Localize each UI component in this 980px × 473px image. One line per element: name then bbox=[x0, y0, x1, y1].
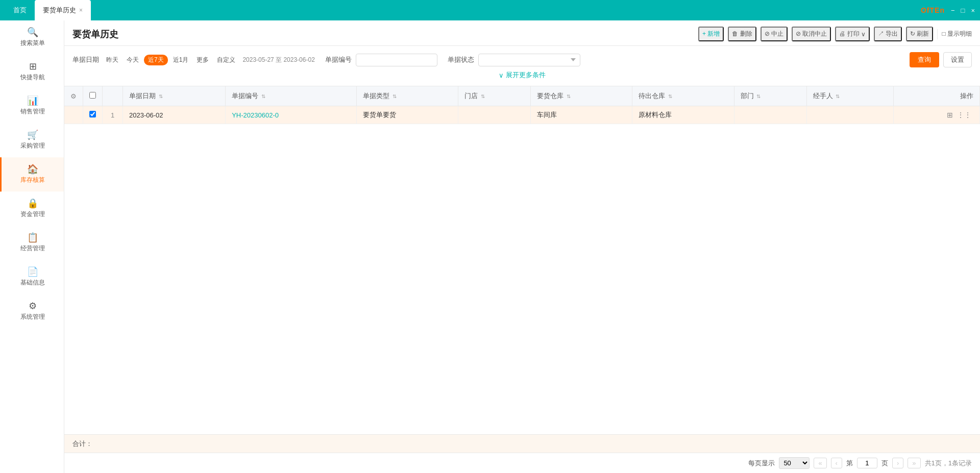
sidebar-item-purchase[interactable]: 🛒 采购管理 bbox=[0, 123, 64, 157]
cancel-stop-button[interactable]: ⊘ 取消中止 bbox=[792, 27, 831, 41]
row-doc-date: 2023-06-02 bbox=[123, 106, 226, 124]
row-store bbox=[458, 106, 531, 124]
new-button[interactable]: + 新增 bbox=[698, 27, 724, 41]
sales-icon: 📊 bbox=[27, 96, 38, 105]
page-label: 第 bbox=[846, 459, 853, 468]
shortcut-yesterday[interactable]: 昨天 bbox=[103, 55, 121, 65]
table-footer: 合计： bbox=[64, 434, 980, 453]
print-button[interactable]: 🖨 打印 ∨ bbox=[835, 27, 869, 41]
col-doc-date[interactable]: 单据日期 ⇅ bbox=[123, 86, 226, 106]
row-checkbox[interactable] bbox=[89, 111, 96, 117]
col-doc-number[interactable]: 单据编号 ⇅ bbox=[226, 86, 357, 106]
footer-total-label: 合计： bbox=[72, 439, 92, 448]
first-page-button[interactable]: « bbox=[814, 458, 826, 468]
settings-button[interactable]: 设置 bbox=[943, 52, 972, 67]
doc-date-label: 单据日期 bbox=[72, 55, 99, 64]
top-bar-right: OfTEn − □ × bbox=[921, 6, 975, 14]
shortcut-custom[interactable]: 自定义 bbox=[214, 55, 238, 65]
row-num-cell: 1 bbox=[103, 106, 123, 124]
sidebar-label-sales: 销售管理 bbox=[20, 107, 45, 116]
window-close-icon[interactable]: × bbox=[971, 7, 975, 14]
sidebar-label-operations: 经营管理 bbox=[20, 244, 45, 253]
shortcut-7days[interactable]: 近7天 bbox=[144, 55, 168, 65]
col-department[interactable]: 部门 ⇅ bbox=[734, 86, 806, 106]
row-req-warehouse: 车间库 bbox=[531, 106, 632, 124]
doc-status-select[interactable] bbox=[478, 54, 580, 66]
sort-req-warehouse-icon: ⇅ bbox=[567, 93, 571, 99]
sidebar-item-search-menu[interactable]: 🔍 搜索菜单 bbox=[0, 20, 64, 55]
row-more-icon[interactable]: ⋮⋮ bbox=[957, 111, 971, 119]
chevron-down-icon: ∨ bbox=[499, 72, 504, 79]
stop-button[interactable]: ⊘ 中止 bbox=[761, 27, 788, 41]
sort-doc-date-icon: ⇅ bbox=[159, 93, 163, 99]
page-suffix: 页 bbox=[881, 459, 888, 468]
tab-close-icon[interactable]: × bbox=[79, 7, 83, 14]
last-page-button[interactable]: » bbox=[908, 458, 920, 468]
prev-page-button[interactable]: ‹ bbox=[831, 458, 842, 468]
col-doc-type[interactable]: 单据类型 ⇅ bbox=[356, 86, 458, 106]
next-page-button[interactable]: › bbox=[892, 458, 903, 468]
doc-status-filter-group: 单据状态 bbox=[448, 54, 580, 66]
tab-bar: 首页 要货单历史 × bbox=[5, 0, 91, 20]
col-pending-warehouse[interactable]: 待出仓库 ⇅ bbox=[632, 86, 734, 106]
table-header-row: ⚙ 单据日期 ⇅ 单据编号 ⇅ bbox=[64, 86, 980, 106]
total-info: 共1页，1条记录 bbox=[925, 459, 972, 468]
sidebar-item-operations[interactable]: 📋 经营管理 bbox=[0, 226, 64, 260]
refresh-button[interactable]: ↻ 刷新 bbox=[906, 27, 933, 41]
tab-home[interactable]: 首页 bbox=[5, 0, 35, 20]
row-checkbox-cell[interactable] bbox=[83, 106, 103, 124]
sidebar-item-quick-nav[interactable]: ⊞ 快捷导航 bbox=[0, 55, 64, 89]
row-settings-cell bbox=[64, 106, 83, 124]
sidebar-item-system[interactable]: ⚙ 系统管理 bbox=[0, 294, 64, 328]
system-icon: ⚙ bbox=[29, 301, 37, 311]
col-settings[interactable]: ⚙ bbox=[64, 86, 83, 106]
inventory-icon: 🏠 bbox=[27, 164, 38, 174]
col-store[interactable]: 门店 ⇅ bbox=[458, 86, 531, 106]
search-menu-icon: 🔍 bbox=[27, 28, 38, 37]
page-number-input[interactable] bbox=[857, 458, 877, 468]
quick-nav-icon: ⊞ bbox=[29, 62, 37, 71]
finance-icon: 🔒 bbox=[27, 199, 38, 208]
toolbar: + 新增 🗑 删除 ⊘ 中止 ⊘ 取消中止 🖨 打印 ∨ ↗ 导出 ↻ 刷新 □… bbox=[698, 27, 972, 41]
sidebar-item-sales[interactable]: 📊 销售管理 bbox=[0, 89, 64, 123]
doc-status-label: 单据状态 bbox=[448, 55, 474, 64]
sidebar-label-finance: 资金管理 bbox=[20, 210, 45, 219]
expand-more-button[interactable]: ∨ 展开更多条件 bbox=[72, 70, 972, 80]
maximize-icon[interactable]: □ bbox=[961, 7, 965, 14]
shortcut-today[interactable]: 今天 bbox=[124, 55, 142, 65]
sidebar: 🔍 搜索菜单 ⊞ 快捷导航 📊 销售管理 🛒 采购管理 🏠 库存核算 🔒 资金管… bbox=[0, 20, 64, 473]
row-edit-icon[interactable]: ⊞ bbox=[947, 111, 953, 119]
table-row: 1 2023-06-02 YH-20230602-0 要货单要货 车间库 原材料… bbox=[64, 106, 980, 124]
sidebar-item-basic-info[interactable]: 📄 基础信息 bbox=[0, 260, 64, 294]
delete-button[interactable]: 🗑 删除 bbox=[728, 27, 756, 41]
row-pending-warehouse: 原材料仓库 bbox=[632, 106, 734, 124]
select-all-checkbox[interactable] bbox=[89, 92, 96, 99]
tab-active[interactable]: 要货单历史 × bbox=[35, 0, 91, 20]
shortcut-1month[interactable]: 近1月 bbox=[170, 55, 192, 65]
sidebar-item-inventory[interactable]: 🏠 库存核算 bbox=[0, 157, 64, 192]
doc-number-input[interactable] bbox=[356, 54, 437, 66]
sort-doc-type-icon: ⇅ bbox=[393, 93, 397, 99]
date-shortcuts: 昨天 今天 近7天 近1月 更多 自定义 bbox=[103, 55, 238, 65]
content-area: 要货单历史 + 新增 🗑 删除 ⊘ 中止 ⊘ 取消中止 🖨 打印 ∨ ↗ 导出 … bbox=[64, 20, 980, 473]
operations-icon: 📋 bbox=[27, 233, 38, 242]
query-button[interactable]: 查询 bbox=[910, 52, 939, 67]
minimize-icon[interactable]: − bbox=[951, 7, 955, 14]
col-action: 操作 bbox=[894, 86, 980, 106]
print-dropdown-icon[interactable]: ∨ bbox=[861, 31, 866, 38]
doc-number-link[interactable]: YH-20230602-0 bbox=[232, 111, 279, 119]
sidebar-label-search-menu: 搜索菜单 bbox=[20, 39, 45, 48]
shortcut-more[interactable]: 更多 bbox=[193, 55, 212, 65]
sidebar-label-basic-info: 基础信息 bbox=[20, 278, 45, 287]
main-layout: 🔍 搜索菜单 ⊞ 快捷导航 📊 销售管理 🛒 采购管理 🏠 库存核算 🔒 资金管… bbox=[0, 20, 980, 473]
col-req-warehouse[interactable]: 要货仓库 ⇅ bbox=[531, 86, 632, 106]
col-handler[interactable]: 经手人 ⇅ bbox=[806, 86, 894, 106]
display-detail-button[interactable]: □ 显示明细 bbox=[942, 30, 972, 38]
page-header: 要货单历史 + 新增 🗑 删除 ⊘ 中止 ⊘ 取消中止 🖨 打印 ∨ ↗ 导出 … bbox=[64, 20, 980, 46]
per-page-select[interactable]: 50 100 200 bbox=[779, 457, 810, 469]
sidebar-item-finance[interactable]: 🔒 资金管理 bbox=[0, 192, 64, 226]
export-button[interactable]: ↗ 导出 bbox=[874, 27, 902, 41]
top-bar: 首页 要货单历史 × OfTEn − □ × bbox=[0, 0, 980, 20]
purchase-icon: 🛒 bbox=[27, 130, 38, 139]
row-doc-number[interactable]: YH-20230602-0 bbox=[226, 106, 357, 124]
